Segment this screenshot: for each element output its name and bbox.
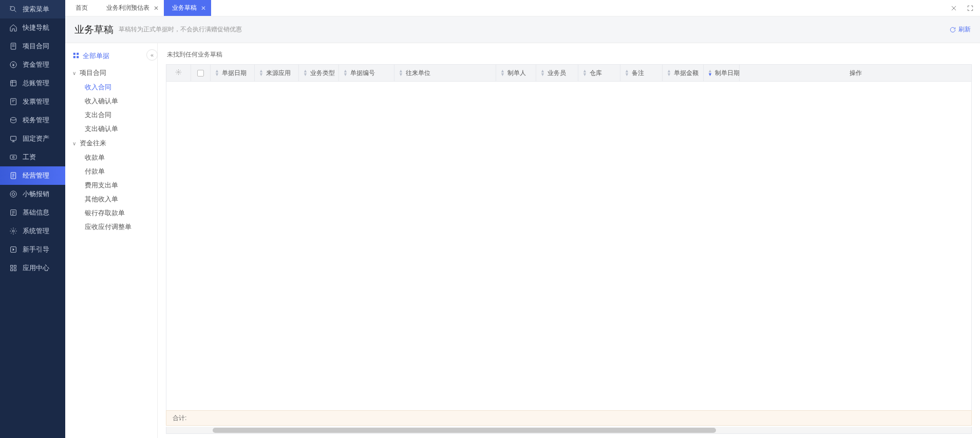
svg-rect-38: [77, 52, 79, 54]
tree-item-expense-bill[interactable]: 费用支出单: [65, 179, 157, 193]
doc-icon: [9, 42, 17, 50]
tab-profit-estimate[interactable]: 业务利润预估表 ✕: [98, 0, 164, 16]
scrollbar-thumb[interactable]: [213, 428, 716, 433]
svg-point-0: [11, 7, 15, 11]
sidebar-item-search[interactable]: 搜索菜单: [0, 0, 65, 18]
svg-rect-9: [11, 81, 16, 86]
column-salesman[interactable]: ▲▼ 业务员: [536, 65, 578, 81]
close-all-button[interactable]: [949, 4, 958, 13]
tab-home[interactable]: 首页: [65, 0, 98, 16]
column-biztype[interactable]: ▲▼ 业务类型: [299, 65, 339, 81]
column-settings[interactable]: [166, 65, 191, 81]
svg-point-29: [12, 230, 14, 232]
search-icon: [9, 5, 17, 13]
tree-item-income-confirm[interactable]: 收入确认单: [65, 94, 157, 108]
refresh-button[interactable]: 刷新: [949, 25, 971, 34]
sidebar-item-reimburse[interactable]: 小畅报销: [0, 185, 65, 203]
horizontal-scrollbar[interactable]: [166, 427, 972, 434]
tree-item-other-income[interactable]: 其他收入单: [65, 193, 157, 206]
sort-icon: ▲▼: [625, 69, 629, 77]
sub-sidebar: 全部单据 « ∨ 项目合同 收入合同 收入确认单 支出合同 支出确认单 ∨ 资金…: [65, 43, 158, 438]
tab-business-draft[interactable]: 业务草稿 ✕: [164, 0, 211, 16]
column-amount[interactable]: ▲▼ 单据金额: [663, 65, 704, 81]
column-label: 制单日期: [715, 69, 740, 78]
column-makedate[interactable]: ▲▼ 制单日期: [704, 65, 740, 81]
sidebar-item-label: 总账管理: [23, 79, 49, 88]
tree-item-expense-confirm[interactable]: 支出确认单: [65, 122, 157, 136]
gear-icon: [175, 69, 182, 77]
tree-item-payment[interactable]: 付款单: [65, 165, 157, 179]
table-header: ▲▼ 单据日期 ▲▼ 来源应用 ▲▼ 业务类型 ▲▼: [166, 64, 972, 82]
fullscreen-button[interactable]: [966, 4, 975, 13]
sidebar-item-asset[interactable]: 固定资产: [0, 129, 65, 148]
sidebar-item-appcenter[interactable]: 应用中心: [0, 259, 65, 277]
sidebar-item-baseinfo[interactable]: 基础信息: [0, 203, 65, 222]
sidebar-item-tax[interactable]: 税务管理: [0, 111, 65, 129]
column-number[interactable]: ▲▼ 单据编号: [339, 65, 394, 81]
sidebar-item-funds[interactable]: 资金管理: [0, 55, 65, 74]
sidebar-item-salary[interactable]: 工资: [0, 148, 65, 166]
system-icon: [9, 227, 17, 235]
sidebar-item-label: 应用中心: [23, 263, 49, 273]
svg-point-19: [12, 156, 14, 158]
biz-icon: [9, 172, 17, 180]
page-subtitle: 草稿转为正式单据时，不会执行满赠促销优惠: [119, 25, 242, 34]
column-party[interactable]: ▲▼ 往来单位: [394, 65, 496, 81]
column-warehouse[interactable]: ▲▼ 仓库: [578, 65, 620, 81]
tree-group-funds[interactable]: ∨ 资金往来: [65, 136, 157, 151]
svg-rect-32: [14, 265, 16, 268]
column-maker[interactable]: ▲▼ 制单人: [496, 65, 536, 81]
sort-icon: ▲▼: [500, 69, 505, 77]
column-checkbox[interactable]: [191, 65, 211, 81]
page-title: 业务草稿: [74, 23, 114, 36]
tree-item-bank-transfer[interactable]: 银行存取款单: [65, 206, 157, 220]
salary-icon: [9, 153, 17, 161]
tax-icon: [9, 116, 17, 124]
money-icon: [9, 61, 17, 69]
main-sidebar: 搜索菜单 快捷导航 项目合同 资金管理 总账管理 发票管理 税务管理 固定资产: [0, 0, 65, 438]
sidebar-item-label: 固定资产: [23, 134, 49, 143]
sidebar-item-label: 税务管理: [23, 116, 49, 125]
sidebar-item-quicknav[interactable]: 快捷导航: [0, 18, 65, 37]
svg-rect-18: [10, 155, 16, 159]
tree-item-expense-contract[interactable]: 支出合同: [65, 108, 157, 122]
sidebar-item-label: 发票管理: [23, 97, 49, 106]
sidebar-item-contract[interactable]: 项目合同: [0, 37, 65, 55]
close-icon[interactable]: ✕: [201, 5, 206, 12]
column-source[interactable]: ▲▼ 来源应用: [255, 65, 299, 81]
chevron-down-icon: ∨: [72, 141, 78, 146]
column-date[interactable]: ▲▼ 单据日期: [211, 65, 255, 81]
tab-label: 业务利润预估表: [106, 4, 149, 12]
tree-group-label: 项目合同: [80, 69, 106, 78]
data-table: ▲▼ 单据日期 ▲▼ 来源应用 ▲▼ 业务类型 ▲▼: [166, 64, 972, 434]
sidebar-item-system[interactable]: 系统管理: [0, 222, 65, 240]
sidebar-item-label: 工资: [23, 153, 36, 162]
appstore-icon: [9, 264, 17, 272]
collapse-button[interactable]: «: [146, 49, 158, 61]
column-note[interactable]: ▲▼ 备注: [620, 65, 663, 81]
sub-sidebar-header[interactable]: 全部单据: [65, 48, 157, 66]
home-icon: [9, 24, 17, 32]
table-body: [166, 82, 972, 410]
tree-item-ar-ap-adjust[interactable]: 应收应付调整单: [65, 220, 157, 234]
tree-item-receipt[interactable]: 收款单: [65, 151, 157, 165]
sidebar-item-label: 系统管理: [23, 226, 49, 236]
tree-group-label: 资金往来: [80, 139, 106, 148]
sort-icon: ▲▼: [343, 69, 348, 77]
sort-icon: ▲▼: [215, 69, 219, 77]
tree-group-contract[interactable]: ∨ 项目合同: [65, 66, 157, 81]
close-icon[interactable]: ✕: [154, 5, 159, 12]
sidebar-item-invoice[interactable]: 发票管理: [0, 92, 65, 111]
select-all-checkbox[interactable]: [197, 70, 204, 77]
sub-sidebar-title: 全部单据: [83, 51, 109, 61]
sort-icon: ▲▼: [582, 69, 587, 77]
svg-rect-15: [11, 136, 16, 140]
sidebar-item-guide[interactable]: 新手引导: [0, 240, 65, 259]
svg-point-24: [10, 191, 16, 197]
sidebar-item-label: 小畅报销: [23, 189, 49, 199]
sidebar-item-ledger[interactable]: 总账管理: [0, 74, 65, 92]
sidebar-item-business[interactable]: 经营管理: [0, 166, 65, 185]
guide-icon: [9, 245, 17, 254]
tree-item-income-contract[interactable]: 收入合同: [65, 81, 157, 94]
sidebar-item-label: 搜索菜单: [23, 5, 49, 14]
